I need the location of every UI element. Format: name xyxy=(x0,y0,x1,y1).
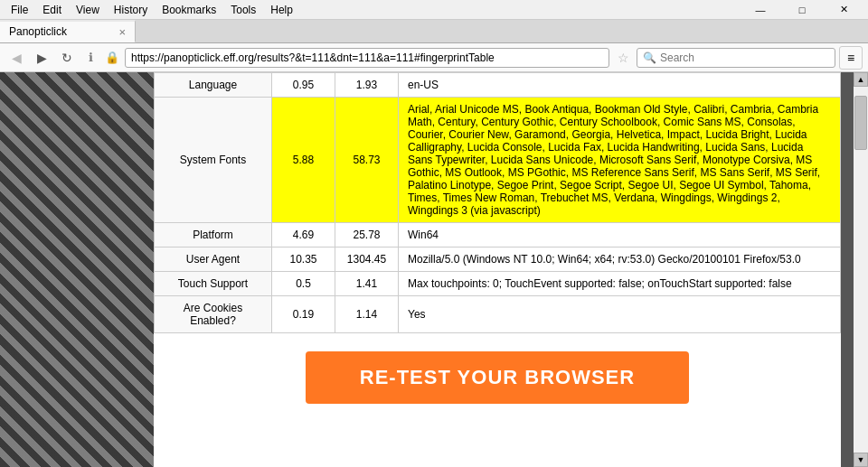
row-name-user-agent: User Agent xyxy=(155,248,272,272)
close-button[interactable]: ✕ xyxy=(823,0,864,20)
row-name-language: Language xyxy=(155,73,272,98)
row-name-platform: Platform xyxy=(155,223,272,248)
table-row: User Agent 10.35 1304.45 Mozilla/5.0 (Wi… xyxy=(155,248,841,272)
info-icon: ℹ xyxy=(81,49,99,67)
row-bits-platform: 4.69 xyxy=(272,223,335,248)
tab-close-button[interactable]: × xyxy=(118,25,126,39)
tab-panopticlick[interactable]: Panopticlick × xyxy=(0,20,136,42)
fingerprint-table: Language 0.95 1.93 en-US System Fonts 5.… xyxy=(154,72,841,333)
row-value-user-agent: Mozilla/5.0 (Windows NT 10.0; Win64; x64… xyxy=(399,248,841,272)
tab-bar: Panopticlick × xyxy=(0,20,868,43)
scroll-up-button[interactable]: ▲ xyxy=(854,72,868,87)
cta-container: RE-TEST YOUR BROWSER xyxy=(154,333,841,413)
menu-file[interactable]: File xyxy=(4,2,35,18)
row-value-cookies: Yes xyxy=(399,296,841,333)
back-button[interactable]: ◀ xyxy=(5,47,27,69)
row-name-system-fonts: System Fonts xyxy=(155,98,272,223)
row-bits-language: 0.95 xyxy=(272,73,335,98)
forward-button[interactable]: ▶ xyxy=(31,47,52,69)
nav-bar: ◀ ▶ ↻ ℹ 🔒 ☆ 🔍 ≡ xyxy=(0,43,868,72)
row-onein-platform: 25.78 xyxy=(335,223,399,248)
lock-icon: 🔒 xyxy=(103,49,121,67)
browser-menu-button[interactable]: ≡ xyxy=(839,46,863,70)
scrollbar: ▲ ▼ xyxy=(854,72,868,467)
row-onein-touch-support: 1.41 xyxy=(335,272,399,296)
row-name-cookies: Are Cookies Enabled? xyxy=(155,296,272,333)
row-value-language: en-US xyxy=(399,73,841,98)
menu-tools[interactable]: Tools xyxy=(223,2,263,18)
scroll-thumb[interactable] xyxy=(854,96,867,150)
window-controls: — □ ✕ xyxy=(740,0,864,20)
table-row: System Fonts 5.88 58.73 Arial, Arial Uni… xyxy=(155,98,841,223)
menu-edit[interactable]: Edit xyxy=(35,2,69,18)
left-sidebar xyxy=(0,72,154,467)
right-sidebar: ▲ ▼ xyxy=(841,72,868,467)
row-onein-user-agent: 1304.45 xyxy=(335,248,399,272)
search-input[interactable] xyxy=(660,51,829,64)
table-row: Platform 4.69 25.78 Win64 xyxy=(155,223,841,248)
url-bar[interactable] xyxy=(125,48,609,68)
retest-button[interactable]: RE-TEST YOUR BROWSER xyxy=(306,351,689,404)
search-box: 🔍 xyxy=(637,48,835,68)
refresh-button[interactable]: ↻ xyxy=(56,47,78,69)
zebra-decoration xyxy=(0,72,154,467)
row-onein-system-fonts: 58.73 xyxy=(335,98,399,223)
row-bits-touch-support: 0.5 xyxy=(272,272,335,296)
row-value-system-fonts: Arial, Arial Unicode MS, Book Antiqua, B… xyxy=(399,98,841,223)
menu-history[interactable]: History xyxy=(107,2,155,18)
search-icon: 🔍 xyxy=(643,51,656,64)
menu-view[interactable]: View xyxy=(69,2,107,18)
table-row: Are Cookies Enabled? 0.19 1.14 Yes xyxy=(155,296,841,333)
maximize-button[interactable]: □ xyxy=(781,0,823,20)
scroll-track[interactable] xyxy=(854,87,868,453)
row-value-touch-support: Max touchpoints: 0; TouchEvent supported… xyxy=(399,272,841,296)
page-content: Language 0.95 1.93 en-US System Fonts 5.… xyxy=(154,72,841,467)
scroll-down-button[interactable]: ▼ xyxy=(854,453,868,467)
menu-help[interactable]: Help xyxy=(263,2,300,18)
row-bits-user-agent: 10.35 xyxy=(272,248,335,272)
row-bits-cookies: 0.19 xyxy=(272,296,335,333)
row-onein-language: 1.93 xyxy=(335,73,399,98)
minimize-button[interactable]: — xyxy=(740,0,781,20)
row-bits-system-fonts: 5.88 xyxy=(272,98,335,223)
row-onein-cookies: 1.14 xyxy=(335,296,399,333)
tab-title: Panopticlick xyxy=(9,25,67,38)
menu-bookmarks[interactable]: Bookmarks xyxy=(155,2,223,18)
table-row: Touch Support 0.5 1.41 Max touchpoints: … xyxy=(155,272,841,296)
menu-bar: File Edit View History Bookmarks Tools H… xyxy=(0,0,868,20)
bookmark-star-button[interactable]: ☆ xyxy=(613,48,633,68)
row-value-platform: Win64 xyxy=(399,223,841,248)
row-name-touch-support: Touch Support xyxy=(155,272,272,296)
table-row: Language 0.95 1.93 en-US xyxy=(155,73,841,98)
main-content: Language 0.95 1.93 en-US System Fonts 5.… xyxy=(0,72,868,467)
